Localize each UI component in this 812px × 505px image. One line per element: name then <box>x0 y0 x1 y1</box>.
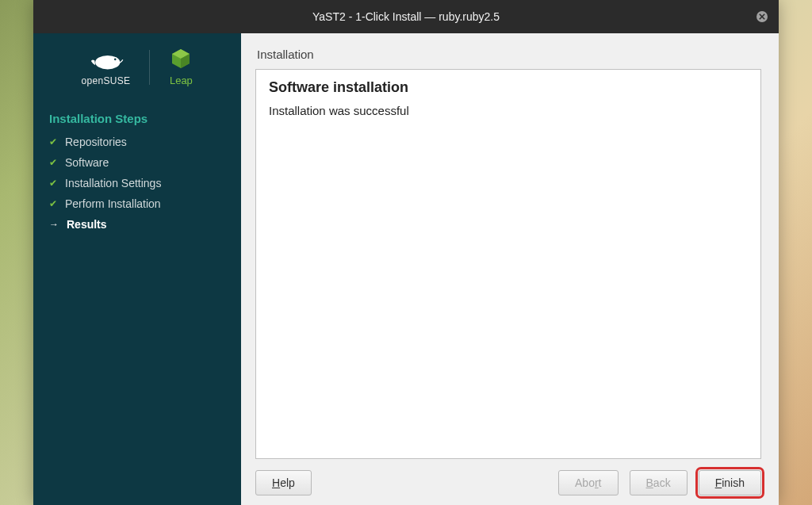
content-title: Software installation <box>269 79 748 96</box>
abort-button[interactable]: Abort <box>558 470 618 495</box>
chameleon-icon <box>86 48 127 74</box>
check-icon: ✔ <box>49 157 57 168</box>
content-message: Installation was successful <box>269 104 748 117</box>
sidebar: openSUSE Leap Installation Steps ✔ Repos… <box>33 33 241 505</box>
step-software: ✔ Software <box>33 152 241 173</box>
window-title: YaST2 - 1-Click Install — ruby.ruby2.5 <box>312 10 500 23</box>
step-repositories: ✔ Repositories <box>33 132 241 152</box>
step-label: Repositories <box>65 136 127 148</box>
back-button[interactable]: Back <box>630 470 688 495</box>
arrow-right-icon: → <box>49 219 59 230</box>
step-label: Installation Settings <box>65 177 161 189</box>
brand-row: openSUSE Leap <box>33 48 241 102</box>
step-installation-settings: ✔ Installation Settings <box>33 173 241 193</box>
step-results: → Results <box>33 214 241 235</box>
main-header: Installation <box>255 48 761 69</box>
step-perform-installation: ✔ Perform Installation <box>33 193 241 214</box>
check-icon: ✔ <box>49 178 57 189</box>
step-label: Software <box>65 156 109 169</box>
installer-window: YaST2 - 1-Click Install — ruby.ruby2.5 o… <box>33 0 779 505</box>
finish-button[interactable]: Finish <box>699 470 761 495</box>
check-icon: ✔ <box>49 136 57 147</box>
leap-label: Leap <box>170 75 193 86</box>
main-content: Installation Software installation Insta… <box>241 33 779 505</box>
close-button[interactable] <box>756 11 768 22</box>
leap-brand: Leap <box>169 48 193 86</box>
close-icon <box>759 13 765 20</box>
help-button[interactable]: Help <box>255 470 312 495</box>
opensuse-brand: openSUSE <box>82 48 131 86</box>
brand-divider <box>149 50 150 85</box>
step-label: Results <box>67 218 107 231</box>
opensuse-label: openSUSE <box>82 75 131 86</box>
content-panel: Software installation Installation was s… <box>255 69 761 459</box>
leap-icon <box>169 48 193 71</box>
steps-header: Installation Steps <box>33 102 241 132</box>
button-row: Help Abort Back Finish <box>255 459 761 495</box>
step-label: Perform Installation <box>65 197 161 210</box>
titlebar: YaST2 - 1-Click Install — ruby.ruby2.5 <box>33 0 779 33</box>
check-icon: ✔ <box>49 198 57 209</box>
svg-point-2 <box>113 58 116 60</box>
window-body: openSUSE Leap Installation Steps ✔ Repos… <box>33 33 779 505</box>
